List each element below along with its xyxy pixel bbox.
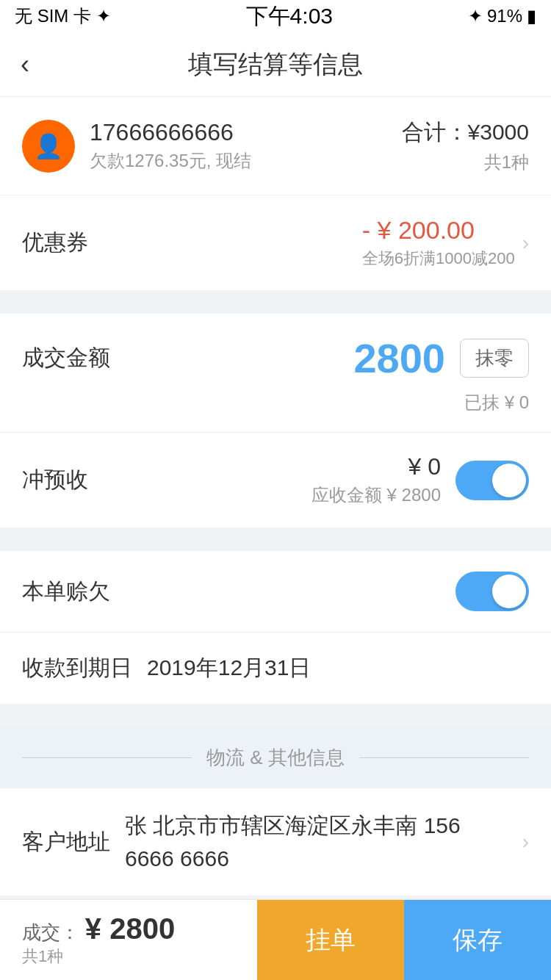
battery-status: 91% — [487, 6, 522, 26]
deal-amount-value: 2800 — [353, 334, 445, 382]
address-card: 客户地址 张 北京市市辖区海淀区永丰南 156 6666 6666 › — [0, 788, 551, 896]
precollect-toggle-knob — [492, 464, 526, 497]
duedate-label: 收款到期日 — [22, 653, 132, 683]
coupon-row[interactable]: 优惠券 - ¥ 200.00 全场6折满1000减200 › — [0, 195, 551, 290]
credit-label: 本单赊欠 — [22, 577, 110, 607]
status-left: 无 SIM 卡 ✦ — [15, 4, 111, 28]
logistics-divider: 物流 & 其他信息 — [0, 727, 551, 788]
sim-status: 无 SIM 卡 ✦ — [15, 4, 111, 28]
section-divider-1 — [0, 302, 551, 314]
battery-icon: ▮ — [527, 6, 536, 26]
footer-amount: ¥ 2800 — [85, 912, 175, 945]
customer-info: 17666666666 欠款1276.35元, 现结 — [90, 119, 251, 173]
deal-amount-label: 成交金额 — [22, 343, 110, 373]
coupon-desc: 全场6折满1000减200 — [362, 248, 515, 270]
customer-card: 👤 17666666666 欠款1276.35元, 现结 合计：¥3000 共1… — [0, 97, 551, 290]
deal-amount-card: 成交金额 2800 抹零 已抹 ¥ 0 冲预收 ¥ 0 应收金额 ¥ 2800 — [0, 314, 551, 527]
total-amount: 合计：¥3000 — [402, 118, 529, 148]
status-right: ✦ 91% ▮ — [468, 6, 536, 26]
avatar-icon: 👤 — [34, 132, 63, 160]
nav-bar: ‹ 填写结算等信息 — [0, 32, 551, 97]
avatar: 👤 — [22, 120, 75, 173]
main-content: 👤 17666666666 欠款1276.35元, 现结 合计：¥3000 共1… — [0, 97, 551, 980]
precollect-right: ¥ 0 应收金额 ¥ 2800 — [311, 453, 529, 507]
precollect-label: 冲预收 — [22, 465, 88, 495]
address-value: 张 北京市市辖区海淀区永丰南 156 6666 6666 — [125, 809, 508, 875]
logistics-divider-text: 物流 & 其他信息 — [199, 745, 352, 771]
status-bar: 无 SIM 卡 ✦ 下午4:03 ✦ 91% ▮ — [0, 0, 551, 32]
divider-line-right — [359, 757, 529, 758]
credit-row: 本单赊欠 — [0, 551, 551, 632]
customer-left: 👤 17666666666 欠款1276.35元, 现结 — [22, 119, 251, 173]
precollect-amount-value: ¥ 0 — [311, 453, 441, 480]
precollect-amount: ¥ 0 应收金额 ¥ 2800 — [311, 453, 441, 507]
coupon-label: 优惠券 — [22, 228, 88, 258]
duedate-row: 收款到期日 2019年12月31日 — [0, 632, 551, 704]
coupon-discount: - ¥ 200.00 — [362, 216, 515, 245]
status-time: 下午4:03 — [246, 1, 333, 32]
credit-toggle-knob — [492, 574, 526, 608]
section-divider-2 — [0, 539, 551, 551]
duedate-value: 2019年12月31日 — [147, 653, 311, 683]
address-row[interactable]: 客户地址 张 北京市市辖区海淀区永丰南 156 6666 6666 › — [0, 788, 551, 896]
section-divider-3 — [0, 716, 551, 727]
precollect-toggle[interactable] — [455, 461, 529, 500]
customer-right: 合计：¥3000 共1种 — [402, 118, 529, 174]
coupon-right: - ¥ 200.00 全场6折满1000减200 › — [362, 216, 529, 270]
back-button[interactable]: ‹ — [21, 49, 29, 80]
customer-row: 👤 17666666666 欠款1276.35元, 现结 合计：¥3000 共1… — [0, 97, 551, 195]
pending-button[interactable]: 挂单 — [257, 900, 404, 980]
customer-phone: 17666666666 — [90, 119, 251, 146]
footer: 成交： ¥ 2800 共1种 挂单 保存 — [0, 899, 551, 980]
address-label: 客户地址 — [22, 827, 110, 857]
footer-count: 共1种 — [22, 945, 235, 968]
round-button[interactable]: 抹零 — [460, 339, 529, 378]
navigation-icon: ✦ — [468, 6, 483, 26]
precollect-row: 冲预收 ¥ 0 应收金额 ¥ 2800 — [0, 432, 551, 527]
precollect-receivable: 应收金额 ¥ 2800 — [311, 483, 441, 507]
footer-deal-label: 成交： — [22, 921, 79, 943]
credit-toggle[interactable] — [455, 572, 529, 611]
coupon-chevron: › — [522, 231, 529, 255]
divider-line-left — [22, 757, 192, 758]
deal-right: 2800 抹零 — [353, 334, 529, 382]
total-count: 共1种 — [402, 151, 529, 174]
footer-info: 成交： ¥ 2800 共1种 — [0, 900, 257, 980]
address-chevron: › — [522, 830, 529, 854]
deal-sub: 已抹 ¥ 0 — [0, 391, 551, 432]
save-button[interactable]: 保存 — [404, 900, 551, 980]
footer-deal-row: 成交： ¥ 2800 — [22, 912, 235, 945]
customer-debt: 欠款1276.35元, 现结 — [90, 149, 251, 173]
page-title: 填写结算等信息 — [188, 48, 363, 82]
credit-card: 本单赊欠 收款到期日 2019年12月31日 — [0, 551, 551, 704]
deal-amount-row: 成交金额 2800 抹零 — [0, 314, 551, 391]
